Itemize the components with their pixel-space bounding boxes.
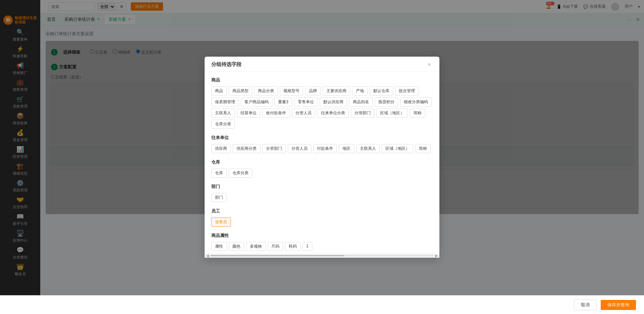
section-fields-employee: 业务员 [211, 217, 433, 227]
section-partner: 往来单位供应商供应商分类分管部门分管人员付款条件地区主联系人区域（地区）简称 [211, 135, 433, 153]
field-tag-product_attr-2[interactable]: 多规格 [246, 242, 266, 251]
section-fields-partner: 供应商供应商分类分管部门分管人员付款条件地区主联系人区域（地区）简称 [211, 144, 433, 153]
section-title-department: 部门 [211, 184, 433, 190]
modal-close-button[interactable]: × [426, 61, 433, 68]
field-tag-product-21[interactable]: 往来单位分类 [317, 109, 349, 118]
section-fields-product: 商品商品类型商品分类规格型号品牌主要供应商产地默认仓库批次管理保质期管理客户商品… [211, 86, 433, 129]
section-employee: 员工业务员 [211, 208, 433, 227]
field-tag-product-1[interactable]: 商品类型 [229, 86, 252, 96]
field-tag-partner-5[interactable]: 地区 [339, 144, 354, 153]
field-tag-product-11[interactable]: 重量3 [274, 98, 292, 107]
field-tag-partner-4[interactable]: 付款条件 [313, 144, 337, 153]
field-tag-product-9[interactable]: 保质期管理 [211, 98, 239, 107]
field-tag-partner-6[interactable]: 主联系人 [356, 144, 380, 153]
section-fields-department: 部门 [211, 193, 433, 202]
section-title-warehouse: 仓库 [211, 159, 433, 165]
section-fields-product_attr: 属性颜色多规格尺码鞋码1 [211, 242, 433, 251]
field-tag-product-0[interactable]: 商品 [211, 86, 227, 96]
field-tag-product-5[interactable]: 主要供应商 [323, 86, 350, 96]
section-title-partner: 往来单位 [211, 135, 433, 141]
cancel-button[interactable]: 取消 [574, 300, 597, 310]
modal-header: 分组待选字段 × [205, 57, 439, 72]
section-warehouse: 仓库仓库仓库分类 [211, 159, 433, 178]
section-fields-warehouse: 仓库仓库分类 [211, 169, 433, 178]
section-title-product_attr: 商品属性 [211, 233, 433, 239]
field-tag-partner-7[interactable]: 区域（地区） [382, 144, 413, 153]
horizontal-scrollbar-track[interactable] [210, 255, 434, 256]
modal-body[interactable]: 商品商品商品类型商品分类规格型号品牌主要供应商产地默认仓库批次管理保质期管理客户… [205, 72, 439, 254]
field-tag-product_attr-0[interactable]: 属性 [211, 242, 227, 251]
field-tag-partner-0[interactable]: 供应商 [211, 144, 231, 153]
section-title-product: 商品 [211, 77, 433, 83]
field-tag-product-6[interactable]: 产地 [352, 86, 368, 96]
field-tag-product-2[interactable]: 商品分类 [254, 86, 278, 96]
section-product: 商品商品商品类型商品分类规格型号品牌主要供应商产地默认仓库批次管理保质期管理客户… [211, 77, 433, 129]
section-product_attr: 商品属性属性颜色多规格尺码鞋码1 [211, 233, 433, 251]
modal-overlay: 分组待选字段 × 商品商品商品类型商品分类规格型号品牌主要供应商产地默认仓库批次… [0, 0, 644, 314]
section-department: 部门部门 [211, 184, 433, 202]
modal-footer: 取消 保存并查询 [0, 295, 644, 314]
field-tag-product_attr-1[interactable]: 颜色 [229, 242, 244, 251]
field-tag-warehouse-1[interactable]: 仓库分类 [229, 169, 252, 178]
field-tag-product-20[interactable]: 分管人员 [292, 109, 315, 118]
field-tag-product_attr-4[interactable]: 鞋码 [285, 242, 301, 251]
field-tag-product-25[interactable]: 仓库分类 [211, 120, 235, 129]
field-tag-department-0[interactable]: 部门 [211, 193, 227, 202]
field-tag-product-22[interactable]: 分管部门 [351, 109, 374, 118]
field-tag-product-15[interactable]: 拣货积分 [375, 98, 398, 107]
field-tag-product-17[interactable]: 主联系人 [211, 109, 235, 118]
field-tag-product-14[interactable]: 商品别名 [349, 98, 373, 107]
field-tag-product_attr-3[interactable]: 尺码 [268, 242, 283, 251]
field-tag-product-4[interactable]: 品牌 [305, 86, 321, 96]
modal-scrollbar: ◀ ▶ [205, 254, 439, 258]
field-tag-product-13[interactable]: 默认供应商 [320, 98, 347, 107]
field-tag-product-24[interactable]: 简称 [410, 109, 425, 118]
field-tag-product-7[interactable]: 默认仓库 [370, 86, 393, 96]
field-tag-product-19[interactable]: 收付款条件 [262, 109, 290, 118]
field-tag-product-10[interactable]: 客户商品编码 [241, 98, 272, 107]
save-query-button[interactable]: 保存并查询 [601, 300, 636, 310]
field-tag-product_attr-5[interactable]: 1 [303, 242, 312, 251]
modal-dialog: 分组待选字段 × 商品商品商品类型商品分类规格型号品牌主要供应商产地默认仓库批次… [205, 57, 439, 258]
field-tag-partner-1[interactable]: 供应商分类 [233, 144, 260, 153]
field-tag-product-23[interactable]: 区域（地区） [376, 109, 408, 118]
field-tag-product-18[interactable]: 结算单位 [237, 109, 260, 118]
modal-title: 分组待选字段 [211, 61, 241, 68]
field-tag-product-3[interactable]: 规格型号 [280, 86, 303, 96]
field-tag-product-8[interactable]: 批次管理 [395, 86, 419, 96]
field-tag-partner-8[interactable]: 简称 [415, 144, 431, 153]
field-tag-employee-0[interactable]: 业务员 [211, 217, 231, 227]
field-tag-product-12[interactable]: 零售单位 [294, 98, 318, 107]
field-tag-product-16[interactable]: 税收分类编码 [400, 98, 432, 107]
section-title-employee: 员工 [211, 208, 433, 214]
field-tag-warehouse-0[interactable]: 仓库 [211, 169, 227, 178]
field-tag-partner-3[interactable]: 分管人员 [288, 144, 311, 153]
field-tag-partner-2[interactable]: 分管部门 [262, 144, 286, 153]
